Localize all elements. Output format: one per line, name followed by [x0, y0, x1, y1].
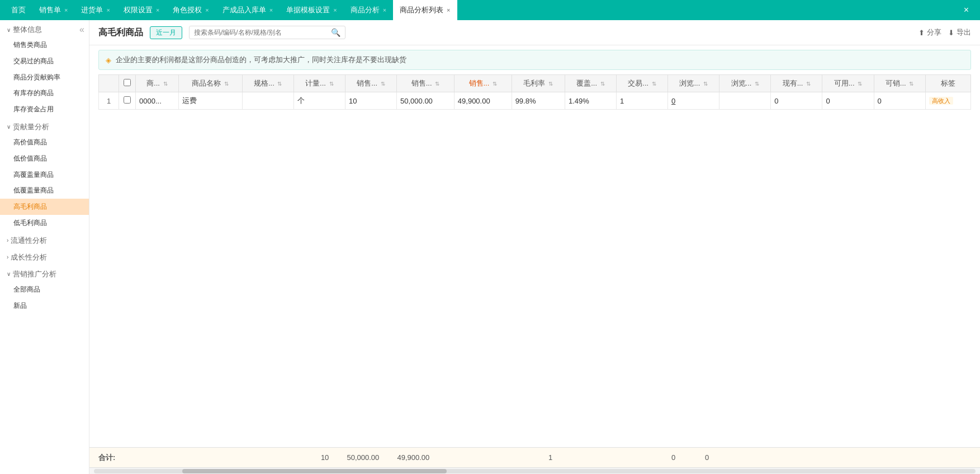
row-sales-amount: 50,000.00	[397, 92, 455, 110]
row-spec	[242, 92, 293, 110]
footer-spacer8	[600, 453, 645, 462]
expand-icon: ∨	[7, 27, 11, 33]
col-coverage[interactable]: 覆盖... ⇅	[565, 75, 616, 92]
row-checkbox-cell[interactable]	[119, 92, 136, 110]
close-icon[interactable]: ×	[64, 7, 68, 13]
nav-item-role[interactable]: 角色授权 ×	[166, 0, 215, 20]
expand-icon: ›	[7, 237, 8, 243]
col-spec[interactable]: 规格... ⇅	[242, 75, 293, 92]
close-icon[interactable]: ×	[205, 7, 209, 13]
col-saleable[interactable]: 可销... ⇅	[874, 75, 925, 92]
sort-icon: ⇅	[755, 81, 759, 87]
main-layout: « ∨ 整体信息 销售类商品 交易过的商品 商品分贡献购率 有库存的商品 库存资…	[0, 20, 980, 474]
tag-badge: 高收入	[929, 97, 953, 105]
sort-icon: ⇅	[435, 81, 439, 87]
sidebar-item-in-stock-goods[interactable]: 有库存的商品	[0, 85, 89, 101]
sort-icon: ⇅	[163, 81, 168, 87]
col-code[interactable]: 商... ⇅	[136, 75, 179, 92]
expand-icon: ∨	[7, 124, 11, 130]
footer-sales-profit: 49,900.00	[382, 453, 433, 462]
col-sales-amount[interactable]: 销售... ⇅	[397, 75, 455, 92]
close-icon[interactable]: ×	[333, 7, 337, 13]
sidebar-group-overall[interactable]: ∨ 整体信息	[0, 20, 89, 37]
search-input[interactable]	[194, 29, 331, 36]
sidebar-item-high-margin[interactable]: 高毛利商品	[0, 199, 89, 215]
row-code: 0000...	[136, 92, 179, 110]
row-saleable: 0	[874, 92, 925, 110]
row-available: 0	[822, 92, 874, 110]
col-checkbox[interactable]	[119, 75, 136, 92]
sidebar: « ∨ 整体信息 销售类商品 交易过的商品 商品分贡献购率 有库存的商品 库存资…	[0, 20, 89, 474]
row-sales-qty: 10	[345, 92, 396, 110]
close-icon[interactable]: ×	[383, 7, 386, 13]
table-row: 1 0000... 运费 个 10 50,000.00 49,900.00 99…	[99, 92, 971, 110]
col-browse2[interactable]: 浏览... ⇅	[719, 75, 771, 92]
search-box[interactable]: 🔍	[189, 26, 345, 39]
sidebar-group-marketing[interactable]: ∨ 营销推广分析	[0, 265, 89, 281]
col-available[interactable]: 可用... ⇅	[822, 75, 874, 92]
col-unit[interactable]: 计量... ⇅	[293, 75, 345, 92]
footer-available: 0	[679, 453, 712, 462]
sort-icon: ⇅	[224, 81, 229, 87]
scroll-thumb[interactable]	[182, 469, 447, 473]
horizontal-scrollbar[interactable]	[89, 467, 980, 474]
sidebar-item-stock-capital[interactable]: 库存资金占用	[0, 101, 89, 118]
sidebar-item-low-value[interactable]: 低价值商品	[0, 151, 89, 167]
share-icon: ⬆	[919, 29, 925, 37]
col-name[interactable]: 商品名称 ⇅	[178, 75, 242, 92]
footer-spacer5	[433, 453, 477, 462]
footer-spacer2	[164, 453, 209, 462]
nav-item-product-in[interactable]: 产成品入库单 ×	[216, 0, 280, 20]
nav-item-permission[interactable]: 权限设置 ×	[117, 0, 166, 20]
info-banner: ◈ 企业的主要的利润都是这部分商品创造的，可考虑加大推广，同时关注库存是不要出现…	[98, 50, 971, 70]
sidebar-group-liquidity[interactable]: › 流通性分析	[0, 231, 89, 248]
nav-item-analysis[interactable]: 商品分析 ×	[344, 0, 393, 20]
window-close-button[interactable]: ×	[957, 5, 976, 15]
sidebar-group-growth[interactable]: › 成长性分析	[0, 248, 89, 265]
period-button[interactable]: 近一月	[150, 26, 182, 39]
row-checkbox[interactable]	[124, 96, 131, 104]
sort-icon: ⇅	[381, 81, 385, 87]
sidebar-item-low-margin[interactable]: 低毛利商品	[0, 215, 89, 231]
col-sales-profit[interactable]: 销售... ⇅	[454, 75, 512, 92]
col-trade[interactable]: 交易... ⇅	[616, 75, 667, 92]
select-all-checkbox[interactable]	[124, 79, 131, 86]
close-icon[interactable]: ×	[106, 7, 110, 13]
sidebar-item-traded-goods[interactable]: 交易过的商品	[0, 53, 89, 69]
col-sales-qty[interactable]: 销售... ⇅	[345, 75, 396, 92]
share-button[interactable]: ⬆ 分享	[919, 27, 941, 37]
nav-item-template[interactable]: 单据模板设置 ×	[280, 0, 343, 20]
sidebar-item-high-value[interactable]: 高价值商品	[0, 134, 89, 151]
table-container[interactable]: 商... ⇅ 商品名称 ⇅ 规格... ⇅ 计量...	[98, 74, 971, 447]
col-current[interactable]: 现有... ⇅	[771, 75, 822, 92]
sidebar-item-sales-goods[interactable]: 销售类商品	[0, 37, 89, 53]
page-title: 高毛利商品	[98, 27, 143, 39]
col-browse1[interactable]: 浏览... ⇅	[668, 75, 719, 92]
export-button[interactable]: ⬇ 导出	[948, 27, 971, 37]
col-tag[interactable]: 标签	[925, 75, 970, 92]
sidebar-item-new-goods[interactable]: 新品	[0, 298, 89, 314]
sidebar-item-contribution-rate[interactable]: 商品分贡献购率	[0, 69, 89, 86]
sidebar-item-all-goods[interactable]: 全部商品	[0, 281, 89, 298]
sort-icon: ⇅	[493, 81, 497, 87]
nav-item-analysis-list[interactable]: 商品分析列表 ×	[393, 0, 457, 20]
close-icon[interactable]: ×	[269, 7, 273, 13]
nav-item-purchase[interactable]: 进货单 ×	[74, 0, 116, 20]
header-actions: ⬆ 分享 ⬇ 导出	[919, 27, 971, 37]
col-gross-rate[interactable]: 毛利率 ⇅	[512, 75, 565, 92]
close-icon[interactable]: ×	[156, 7, 159, 13]
sort-icon: ⇅	[858, 81, 862, 87]
row-current: 0	[771, 92, 822, 110]
sidebar-collapse-button[interactable]: «	[79, 25, 84, 35]
sidebar-group-contribution[interactable]: ∨ 贡献量分析	[0, 118, 89, 134]
close-icon[interactable]: ×	[447, 7, 450, 13]
row-browse1[interactable]: 0	[668, 92, 719, 110]
nav-item-home[interactable]: 首页	[4, 0, 32, 20]
nav-item-sales[interactable]: 销售单 ×	[32, 0, 74, 20]
sort-icon: ⇅	[909, 81, 913, 87]
expand-icon: ∨	[7, 271, 11, 277]
footer-trade: 1	[522, 453, 556, 462]
sidebar-item-high-coverage[interactable]: 高覆盖量商品	[0, 167, 89, 183]
sidebar-item-low-coverage[interactable]: 低覆盖量商品	[0, 182, 89, 199]
footer-cells: 10 50,000.00 49,900.00 1 0 0	[120, 453, 971, 462]
